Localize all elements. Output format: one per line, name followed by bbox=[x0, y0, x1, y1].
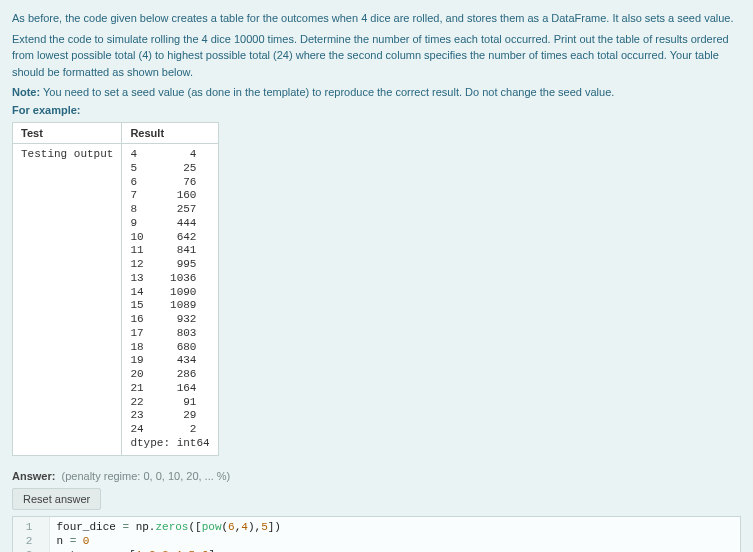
note-label: Note: bbox=[12, 86, 40, 98]
example-label: For example: bbox=[12, 104, 741, 116]
note-text: You need to set a seed value (as done in… bbox=[40, 86, 614, 98]
instruction-p2: Extend the code to simulate rolling the … bbox=[12, 31, 741, 81]
code-editor[interactable]: 1 2 3 4 ▾ 5 ▾ 6 ▾ 7 ▾ 8 9 10 11 12 four_… bbox=[12, 516, 741, 553]
table-header-test: Test bbox=[13, 123, 122, 144]
instruction-p1: As before, the code given below creates … bbox=[12, 10, 741, 27]
table-test-cell: Testing output bbox=[13, 144, 122, 456]
answer-label-row: Answer: (penalty regime: 0, 0, 10, 20, .… bbox=[12, 470, 741, 482]
code-content[interactable]: four_dice = np.zeros([pow(6,4),5]) n = 0… bbox=[50, 517, 740, 553]
table-result-cell: 4 4 5 25 6 76 7 160 8 257 9 444 10 642 1… bbox=[122, 144, 218, 456]
code-gutter: 1 2 3 4 ▾ 5 ▾ 6 ▾ 7 ▾ 8 9 10 11 12 bbox=[13, 517, 50, 553]
reset-answer-button[interactable]: Reset answer bbox=[12, 488, 101, 510]
table-header-result: Result bbox=[122, 123, 218, 144]
penalty-text: (penalty regime: 0, 0, 10, 20, ... %) bbox=[62, 470, 231, 482]
answer-label: Answer: bbox=[12, 470, 55, 482]
instruction-note: Note: You need to set a seed value (as d… bbox=[12, 86, 741, 98]
example-table: Test Result Testing output 4 4 5 25 6 76… bbox=[12, 122, 219, 456]
